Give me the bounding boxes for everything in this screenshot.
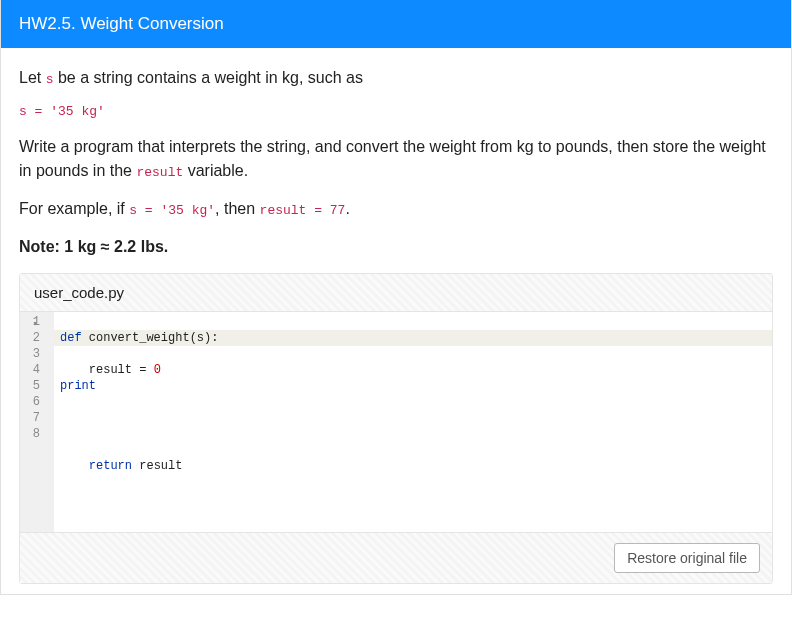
code-inline-s: s [46,72,54,87]
code-line: print [60,379,96,393]
identifier: result [89,363,132,377]
line-number: 8 [33,427,40,441]
code-line: result = 0 [60,363,161,377]
code-line: def convert_weight(s): [54,330,772,346]
example-line: For example, if s = '35 kg', then result… [19,197,773,221]
text: , then [215,200,259,217]
editor-body[interactable]: 1▾ 2 3 4 5 6 7 8 def convert_weight(s): … [20,312,772,532]
indent [60,363,89,377]
text: be a string contains a weight in kg, suc… [54,69,364,86]
code-inline-ex1: s = '35 kg' [129,203,215,218]
text: variable. [183,162,248,179]
keyword: return [89,459,132,473]
intro-line: Let s be a string contains a weight in k… [19,66,773,90]
code-line: return result [60,459,182,473]
line-number: 3 [33,347,40,361]
code-text: result [132,459,182,473]
editor-footer: Restore original file [20,532,772,583]
panel-header: HW2.5. Weight Conversion [1,0,791,48]
problem-statement: Let s be a string contains a weight in k… [1,48,791,594]
restore-original-button[interactable]: Restore original file [614,543,760,573]
code-text: convert_weight(s): [82,331,219,345]
operator: = [132,363,154,377]
text: For example, if [19,200,129,217]
text: . [345,200,349,217]
code-editor: user_code.py 1▾ 2 3 4 5 6 7 8 def conver… [19,273,773,584]
line-number: 7 [33,411,40,425]
assignment-title: HW2.5. Weight Conversion [19,14,224,33]
keyword: print [60,379,96,393]
line-number: 5 [33,379,40,393]
example-assignment: s = '35 kg' [19,104,773,119]
keyword: def [60,331,82,345]
editor-filename: user_code.py [20,274,772,312]
instruction-line: Write a program that interprets the stri… [19,135,773,183]
line-number: 4 [33,363,40,377]
assignment-panel: HW2.5. Weight Conversion Let s be a stri… [0,0,792,595]
text: Let [19,69,46,86]
code-inline-result: result [136,165,183,180]
code-inline-ex2: result = 77 [260,203,346,218]
indent [60,459,89,473]
line-gutter: 1▾ 2 3 4 5 6 7 8 [20,312,54,532]
line-number: 2 [33,331,40,345]
note-line: Note: 1 kg ≈ 2.2 lbs. [19,235,773,259]
line-number: 6 [33,395,40,409]
number: 0 [154,363,161,377]
text: Write a program that interprets the stri… [19,138,766,179]
code-area[interactable]: def convert_weight(s): result = 0 print … [54,312,772,532]
